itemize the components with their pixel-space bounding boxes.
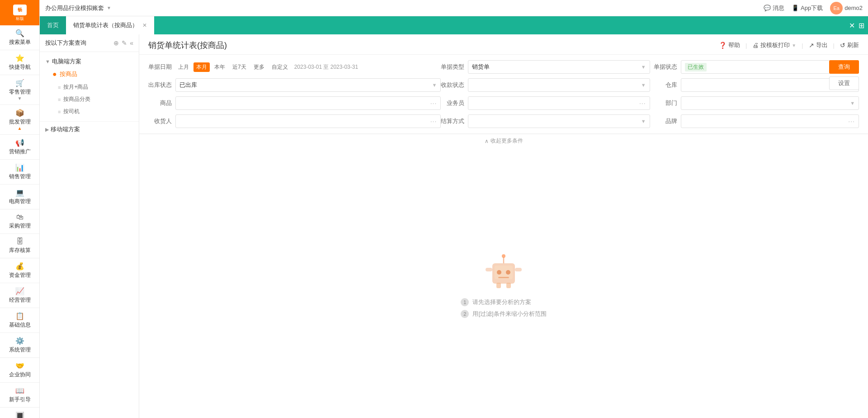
- help-btn[interactable]: ❓ 帮助: [719, 41, 740, 49]
- brand-input[interactable]: ···: [681, 114, 859, 128]
- sidebar-item-label: 销售管理: [9, 173, 31, 180]
- sidebar-item-system[interactable]: ⚙️ 系统管理: [0, 333, 40, 358]
- sidebar-item-label: 基础信息: [9, 321, 31, 329]
- page-header: 销货单统计表(按商品) ❓ 帮助 | 🖨 按模板打印 ▼ | ↗: [139, 34, 868, 55]
- edit-scheme-icon[interactable]: ✎: [122, 39, 127, 47]
- collapse-bar[interactable]: ∧ 收起更多条件: [139, 134, 868, 147]
- scheme-item-by-goods[interactable]: ● 按商品: [40, 67, 139, 81]
- sidebar-item-inventory[interactable]: 🗄 库存核算: [0, 234, 40, 258]
- print-btn[interactable]: 🖨 按模板打印 ▼: [752, 41, 796, 49]
- scheme-item-by-month-goods[interactable]: ≡ 按月+商品: [40, 81, 139, 93]
- type-filter-col: 单据类型 销货单 ▼: [441, 60, 650, 74]
- sidebar-item-guide[interactable]: 📖 新手引导: [0, 383, 40, 408]
- star-icon: ⭐: [15, 54, 24, 62]
- tab-close-all-icon[interactable]: ✕: [849, 21, 855, 30]
- app-logo: 畅 标版: [0, 0, 40, 25]
- sidebar-item-operations[interactable]: 📈 经营管理: [0, 283, 40, 308]
- sidebar-item-label: 采购管理: [9, 222, 31, 230]
- content-area: 按以下方案查询 ⊕ ✎ « ▼ 电脑端方案 ● 按商品 ≡: [40, 34, 868, 418]
- sales-icon: 📊: [15, 163, 24, 172]
- tab-active[interactable]: 销货单统计表（按商品） ✕: [66, 16, 154, 34]
- scheme-item-by-category[interactable]: ≡ 按商品分类: [40, 93, 139, 105]
- type-filter-input[interactable]: 销货单 ▼: [468, 60, 650, 74]
- group-collapse-icon: ▶: [45, 127, 49, 133]
- pay-status-input[interactable]: ▼: [468, 78, 650, 92]
- tab-home[interactable]: 首页: [40, 16, 66, 34]
- sidebar-item-label: 企业协同: [9, 371, 31, 379]
- sidebar-item-retail[interactable]: 🛒 零售管理 ▼: [0, 75, 40, 105]
- mobile-scheme-group[interactable]: ▶ 移动端方案: [40, 124, 139, 135]
- scheme-section: ▼ 电脑端方案 ● 按商品 ≡ 按月+商品 ≡ 按商品分类 ≡ 按司机: [40, 52, 139, 121]
- export-btn[interactable]: ↗ 导出: [809, 41, 828, 49]
- app-download-btn[interactable]: 📱 App下载: [792, 4, 823, 12]
- date-range-text: 2023-03-01 至 2023-03-31: [294, 63, 358, 71]
- main-content: 销货单统计表(按商品) ❓ 帮助 | 🖨 按模板打印 ▼ | ↗: [139, 34, 868, 418]
- tip-num-2: 2: [461, 310, 469, 318]
- add-scheme-icon[interactable]: ⊕: [113, 39, 119, 47]
- receiver-col: 收货人 ···: [148, 114, 441, 128]
- date-btn-this-month[interactable]: 本月: [193, 62, 210, 72]
- sidebar-item-sales[interactable]: 📊 销售管理: [0, 160, 40, 185]
- sidebar-item-cooperation[interactable]: 🤝 企业协同: [0, 358, 40, 383]
- sidebar-item-marketing[interactable]: 📢 营销推广: [0, 135, 40, 160]
- refresh-btn[interactable]: ↺ 刷新: [840, 41, 859, 49]
- sidebar-item-ecommerce[interactable]: 💻 电商管理: [0, 185, 40, 209]
- tip-num-1: 1: [461, 298, 469, 306]
- payment-input[interactable]: ▼: [468, 114, 650, 128]
- brand-more-icon: ···: [848, 118, 855, 125]
- sidebar-item-purchase[interactable]: 🛍 采购管理: [0, 209, 40, 234]
- sidebar-item-basic[interactable]: 📋 基础信息: [0, 308, 40, 333]
- filter-panel: 按以下方案查询 ⊕ ✎ « ▼ 电脑端方案 ● 按商品 ≡: [40, 34, 139, 418]
- dept-input[interactable]: ▼: [681, 96, 859, 110]
- filter-conditions-wrapper: 单据日期 上月 本月 本年 近7天 更多 自定义 2023-03-01 至 20…: [139, 55, 868, 147]
- system-icon: ⚙️: [15, 337, 24, 345]
- staff-input[interactable]: ···: [468, 96, 650, 110]
- operations-icon: 📈: [15, 287, 24, 295]
- sidebar-item-appcenter[interactable]: 🔳 应用中心: [0, 408, 40, 418]
- out-status-input[interactable]: 已出库 ▼: [175, 78, 441, 92]
- sidebar-item-label: 零售管理: [9, 88, 31, 96]
- main-container: 办公用品行业模拟账套 ▼ 💬 消息 📱 App下载 Ea demo2 首页: [40, 0, 868, 418]
- out-status-value: 已出库: [179, 81, 197, 89]
- scheme-item-by-driver[interactable]: ≡ 按司机: [40, 105, 139, 118]
- date-btn-last-month[interactable]: 上月: [175, 62, 192, 72]
- date-filter-col: 单据日期 上月 本月 本年 近7天 更多 自定义 2023-03-01 至 20…: [148, 62, 441, 72]
- goods-input[interactable]: ···: [175, 96, 441, 110]
- sidebar-item-search[interactable]: 🔍 搜索菜单: [0, 25, 40, 50]
- sidebar-item-wholesale[interactable]: 📦 批发管理 ▲: [0, 105, 40, 135]
- date-btn-more[interactable]: 更多: [251, 62, 267, 72]
- svg-rect-9: [496, 283, 501, 288]
- sidebar-item-finance[interactable]: 💰 资金管理: [0, 258, 40, 283]
- type-value: 销货单: [472, 63, 490, 71]
- filter-panel-header: 按以下方案查询 ⊕ ✎ «: [40, 34, 139, 52]
- date-btn-this-year[interactable]: 本年: [212, 62, 228, 72]
- pay-status-col: 收款状态 ▼: [441, 78, 650, 92]
- dept-label: 部门: [650, 99, 677, 107]
- settings-button[interactable]: 设置: [829, 76, 859, 90]
- date-btn-7days[interactable]: 近7天: [230, 62, 249, 72]
- sidebar-item-label: 资金管理: [9, 271, 31, 279]
- print-dropdown-icon[interactable]: ▼: [792, 43, 796, 48]
- goods-label: 商品: [148, 99, 172, 107]
- user-avatar: Ea: [830, 2, 843, 14]
- out-status-label: 出库状态: [148, 81, 172, 89]
- staff-more-icon: ···: [639, 100, 646, 107]
- industry-dropdown-icon[interactable]: ▼: [107, 5, 111, 10]
- message-btn[interactable]: 💬 消息: [764, 4, 784, 12]
- empty-tip-1: 1 请先选择要分析的方案: [461, 298, 546, 306]
- collapse-panel-icon[interactable]: «: [130, 39, 133, 47]
- page-title: 销货单统计表(按商品): [148, 40, 227, 51]
- date-btn-custom[interactable]: 自定义: [269, 62, 291, 72]
- user-menu[interactable]: Ea demo2: [830, 2, 863, 14]
- desktop-scheme-group[interactable]: ▼ 电脑端方案: [40, 56, 139, 67]
- sidebar-item-quicknav[interactable]: ⭐ 快捷导航: [0, 50, 40, 75]
- receiver-input[interactable]: ···: [175, 114, 441, 128]
- tab-expand-icon[interactable]: ⊞: [859, 21, 864, 30]
- sidebar-item-label: 搜索菜单: [9, 38, 31, 46]
- sidebar-item-label: 新手引导: [9, 396, 31, 404]
- group-expand-icon: ▼: [45, 59, 50, 64]
- tab-close-icon[interactable]: ✕: [142, 22, 147, 28]
- inventory-icon: 🗄: [16, 238, 24, 246]
- query-button[interactable]: 查询: [829, 60, 859, 74]
- out-status-dropdown-icon: ▼: [432, 82, 437, 88]
